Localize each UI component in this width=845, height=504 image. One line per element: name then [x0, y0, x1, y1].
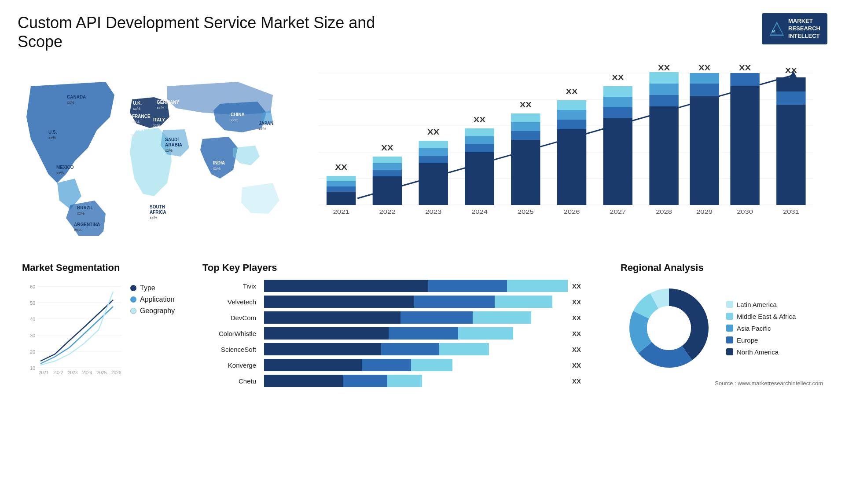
svg-text:XX: XX: [381, 144, 393, 152]
svg-text:2026: 2026: [564, 209, 580, 215]
legend-ap-color: [726, 325, 733, 332]
svg-text:xx%: xx%: [150, 215, 157, 220]
svg-rect-71: [511, 140, 540, 149]
svg-text:U.S.: U.S.: [48, 130, 57, 135]
player-val-sciencesoft: XX: [572, 346, 599, 353]
svg-rect-112: [776, 105, 805, 205]
svg-text:GERMANY: GERMANY: [157, 100, 179, 105]
svg-rect-92: [649, 106, 678, 118]
svg-text:xx%: xx%: [259, 127, 266, 131]
legend-eu-label: Europe: [737, 336, 758, 344]
svg-text:xx%: xx%: [132, 120, 140, 124]
svg-text:XX: XX: [520, 101, 532, 109]
player-val-devcom: XX: [572, 314, 599, 321]
svg-text:SAUDI: SAUDI: [165, 137, 179, 142]
svg-text:30: 30: [30, 333, 35, 338]
svg-rect-96: [649, 118, 678, 205]
player-val-chetu: XX: [572, 377, 599, 385]
svg-text:10: 10: [30, 365, 35, 371]
svg-text:xx%: xx%: [157, 106, 164, 110]
bar-2026: XX 2026: [557, 88, 586, 215]
legend-application: Application: [130, 296, 175, 303]
svg-text:2024: 2024: [471, 209, 488, 215]
svg-rect-54: [373, 183, 402, 205]
svg-rect-53: [373, 157, 402, 163]
svg-text:INDIA: INDIA: [213, 161, 225, 165]
svg-rect-88: [603, 86, 632, 97]
bar-2028: XX 2028: [649, 64, 678, 215]
svg-text:ARGENTINA: ARGENTINA: [74, 222, 100, 227]
legend-ap-label: Asia Pacific: [737, 325, 771, 332]
bar-2029: XX 2029: [690, 64, 719, 215]
svg-rect-89: [603, 128, 632, 205]
svg-point-138: [647, 306, 691, 350]
svg-rect-52: [373, 163, 402, 170]
svg-text:XX: XX: [612, 74, 624, 82]
logo-box: M MARKET RESEARCH INTELLECT: [762, 13, 827, 44]
svg-rect-64: [465, 152, 494, 160]
svg-rect-85: [603, 118, 632, 128]
donut-legend: Latin America Middle East & Africa Asia …: [726, 301, 796, 356]
svg-rect-99: [690, 96, 719, 108]
svg-rect-81: [557, 100, 586, 110]
svg-text:BRAZIL: BRAZIL: [77, 205, 93, 210]
player-val-velvetech: XX: [572, 298, 599, 306]
svg-rect-74: [511, 113, 540, 122]
svg-text:2027: 2027: [610, 209, 626, 215]
svg-rect-65: [465, 144, 494, 152]
segmentation-title: Market Segmentation: [22, 262, 180, 274]
svg-text:xx%: xx%: [77, 211, 84, 215]
legend-middle-east: Middle East & Africa: [726, 313, 796, 320]
svg-text:MEXICO: MEXICO: [56, 165, 74, 170]
svg-text:xx%: xx%: [48, 135, 56, 140]
svg-rect-57: [419, 163, 448, 171]
world-map-svg: CANADA xx% U.S. xx% MEXICO xx% BRAZIL xx…: [18, 60, 290, 236]
logo-icon: M: [769, 21, 785, 37]
world-map: CANADA xx% U.S. xx% MEXICO xx% BRAZIL xx…: [18, 60, 290, 236]
svg-text:ARABIA: ARABIA: [165, 142, 182, 147]
players-grid: Tivix XX Velvetech XX DevCom: [202, 280, 599, 387]
svg-rect-93: [649, 95, 678, 106]
legend-app-dot: [130, 296, 136, 303]
svg-text:AFRICA: AFRICA: [150, 210, 166, 215]
bar-2025: XX 2025: [511, 101, 540, 215]
segmentation-section: Market Segmentation 60 50 40 30 20 10 20…: [18, 258, 185, 391]
svg-text:50: 50: [30, 300, 35, 306]
svg-text:FRANCE: FRANCE: [132, 114, 151, 119]
bar-chart-section: XX 2021 XX 2022: [304, 60, 827, 245]
source-text: Source : www.marketresearchintellect.com: [621, 380, 823, 387]
svg-rect-45: [327, 181, 356, 186]
svg-text:XX: XX: [698, 64, 711, 72]
svg-rect-46: [327, 176, 356, 181]
svg-rect-94: [649, 84, 678, 95]
legend-geography: Geography: [130, 307, 175, 315]
bar-2024: XX 2024: [465, 116, 494, 215]
svg-rect-50: [373, 176, 402, 183]
svg-rect-106: [730, 73, 759, 86]
svg-text:JAPAN: JAPAN: [259, 121, 273, 126]
player-bar-colorwhistle: [264, 327, 568, 340]
legend-north-america: North America: [726, 348, 796, 356]
legend-app-label: Application: [140, 296, 174, 303]
main-grid: CANADA xx% U.S. xx% MEXICO xx% BRAZIL xx…: [18, 60, 827, 253]
svg-text:2021: 2021: [333, 209, 349, 215]
svg-text:xx%: xx%: [133, 106, 140, 111]
regional-section: Regional Analysis: [616, 258, 827, 391]
svg-rect-78: [557, 129, 586, 139]
svg-text:2022: 2022: [379, 209, 395, 215]
bar-2022: XX 2022: [373, 144, 402, 215]
bar-2021: XX 2021: [327, 164, 356, 215]
player-name-devcom: DevCom: [202, 314, 260, 321]
seg-legend: Type Application Geography: [130, 284, 175, 315]
svg-text:2026: 2026: [111, 370, 121, 375]
svg-text:2025: 2025: [518, 209, 534, 215]
svg-text:xx%: xx%: [231, 118, 238, 122]
svg-rect-75: [511, 149, 540, 205]
player-bar-chetu: [264, 375, 568, 387]
svg-rect-59: [419, 148, 448, 156]
bar-2027: XX 2027: [603, 74, 632, 215]
svg-text:XX: XX: [566, 88, 578, 96]
bar-chart-svg: XX 2021 XX 2022: [312, 64, 819, 231]
legend-latin-america: Latin America: [726, 301, 796, 308]
svg-rect-111: [776, 91, 805, 105]
